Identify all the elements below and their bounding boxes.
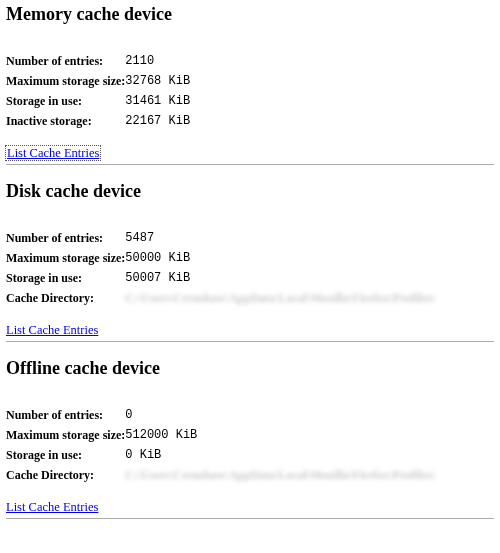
label-num-entries: Number of entries: — [6, 51, 125, 71]
offline-cache-heading: Offline cache device — [6, 358, 494, 379]
table-row: Number of entries: 5487 — [6, 228, 435, 248]
value-num-entries: 5487 — [125, 228, 435, 248]
value-inactive-storage: 22167 KiB — [125, 111, 190, 131]
value-storage-in-use: 31461 KiB — [125, 91, 190, 111]
table-row: Maximum storage size: 50000 KiB — [6, 248, 435, 268]
label-num-entries: Number of entries: — [6, 405, 125, 425]
value-num-entries: 0 — [125, 405, 435, 425]
offline-cache-section: Offline cache device Number of entries: … — [6, 358, 494, 519]
memory-cache-section: Memory cache device Number of entries: 2… — [6, 4, 494, 165]
label-storage-in-use: Storage in use: — [6, 268, 125, 288]
offline-cache-table: Number of entries: 0 Maximum storage siz… — [6, 405, 435, 485]
value-max-storage: 50000 KiB — [125, 248, 435, 268]
list-cache-entries-link[interactable]: List Cache Entries — [6, 146, 100, 160]
disk-cache-section: Disk cache device Number of entries: 548… — [6, 181, 494, 342]
memory-cache-table: Number of entries: 2110 Maximum storage … — [6, 51, 190, 131]
table-row: Storage in use: 31461 KiB — [6, 91, 190, 111]
table-row: Cache Directory: C:\Users\Crenshaw\AppDa… — [6, 465, 435, 485]
table-row: Inactive storage: 22167 KiB — [6, 111, 190, 131]
disk-cache-table: Number of entries: 5487 Maximum storage … — [6, 228, 435, 308]
table-row: Maximum storage size: 512000 KiB — [6, 425, 435, 445]
link-row: List Cache Entries — [6, 145, 494, 161]
table-row: Cache Directory: C:\Users\Crenshaw\AppDa… — [6, 288, 435, 308]
label-cache-directory: Cache Directory: — [6, 465, 125, 485]
link-row: List Cache Entries — [6, 322, 494, 338]
section-divider — [6, 518, 494, 519]
label-storage-in-use: Storage in use: — [6, 91, 125, 111]
table-row: Maximum storage size: 32768 KiB — [6, 71, 190, 91]
value-num-entries: 2110 — [125, 51, 190, 71]
label-max-storage: Maximum storage size: — [6, 248, 125, 268]
table-row: Number of entries: 2110 — [6, 51, 190, 71]
section-divider — [6, 341, 494, 342]
value-storage-in-use: 0 KiB — [125, 445, 435, 465]
table-row: Storage in use: 50007 KiB — [6, 268, 435, 288]
label-max-storage: Maximum storage size: — [6, 425, 125, 445]
label-cache-directory: Cache Directory: — [6, 288, 125, 308]
table-row: Storage in use: 0 KiB — [6, 445, 435, 465]
link-row: List Cache Entries — [6, 499, 494, 515]
value-storage-in-use: 50007 KiB — [125, 268, 435, 288]
label-num-entries: Number of entries: — [6, 228, 125, 248]
list-cache-entries-link[interactable]: List Cache Entries — [6, 323, 98, 337]
value-max-storage: 512000 KiB — [125, 425, 435, 445]
list-cache-entries-link[interactable]: List Cache Entries — [6, 500, 98, 514]
label-max-storage: Maximum storage size: — [6, 71, 125, 91]
section-divider — [6, 164, 494, 165]
label-inactive-storage: Inactive storage: — [6, 111, 125, 131]
memory-cache-heading: Memory cache device — [6, 4, 494, 25]
value-max-storage: 32768 KiB — [125, 71, 190, 91]
value-cache-directory: C:\Users\Crenshaw\AppData\Local\Mozilla\… — [125, 465, 435, 485]
label-storage-in-use: Storage in use: — [6, 445, 125, 465]
disk-cache-heading: Disk cache device — [6, 181, 494, 202]
table-row: Number of entries: 0 — [6, 405, 435, 425]
value-cache-directory: C:\Users\Crenshaw\AppData\Local\Mozilla\… — [125, 288, 435, 308]
